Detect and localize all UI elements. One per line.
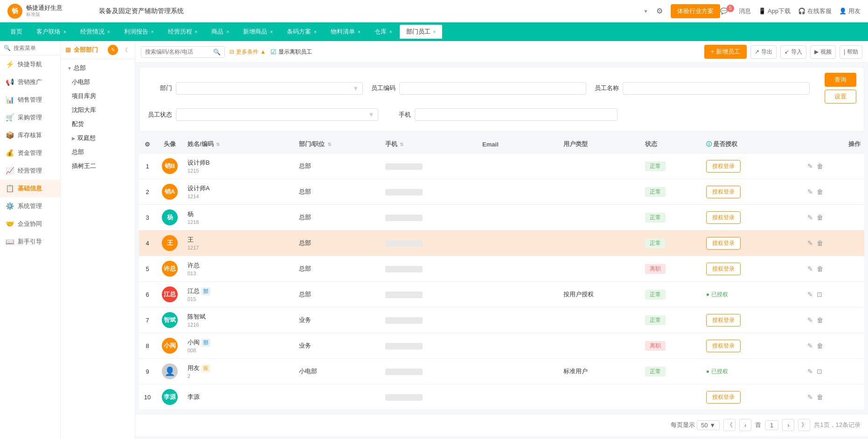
phone-field[interactable] <box>419 111 613 118</box>
sidebar-item-operations[interactable]: 📈 经营管理 <box>0 162 60 180</box>
dept-item-general2[interactable]: 总部 <box>61 145 135 159</box>
auth-login-button[interactable]: 授权登录 <box>706 186 741 198</box>
close-icon[interactable]: × <box>433 29 436 35</box>
edit-icon[interactable]: ✎ <box>807 393 813 401</box>
app-download-button[interactable]: 📱 App下载 <box>758 7 791 15</box>
edit-icon[interactable]: ✎ <box>807 316 813 324</box>
edit-icon[interactable]: ✎ <box>807 291 813 298</box>
show-former-checkbox[interactable]: ☑ 显示离职员工 <box>271 48 312 56</box>
search-icon[interactable]: 🔍 <box>213 49 221 56</box>
edit-icon[interactable]: ✎ <box>807 162 813 170</box>
query-button[interactable]: 查询 <box>825 73 856 87</box>
settings-icon[interactable]: ⚙ <box>654 6 665 17</box>
user-menu[interactable]: 👤 用友 <box>839 7 861 15</box>
help-button[interactable]: | 帮助 <box>840 45 862 59</box>
sidebar-item-system[interactable]: ⚙️ 系统管理 <box>0 197 60 215</box>
import-button[interactable]: ↙ 导入 <box>780 45 806 59</box>
phone-filter-input[interactable] <box>415 108 617 121</box>
edit-icon[interactable]: ✎ <box>807 188 813 195</box>
tab-home[interactable]: 首页 <box>4 25 29 39</box>
view-button[interactable]: ▶ 视频 <box>810 45 836 59</box>
sidebar-item-basic-info[interactable]: 📋 基础信息 <box>0 180 60 197</box>
sidebar-item-collab[interactable]: 🤝 企业协同 <box>0 215 60 233</box>
auth-login-button[interactable]: 授权登录 <box>706 211 741 224</box>
page-number-input[interactable]: 1 <box>765 420 778 430</box>
sidebar-item-marketing[interactable]: 📢 营销推广 <box>0 73 60 91</box>
dept-item-general[interactable]: ▼ 总部 <box>61 61 135 75</box>
close-icon[interactable]: × <box>314 29 317 35</box>
messages-button[interactable]: 💬 5 消息 <box>720 7 751 15</box>
dept-item-project[interactable]: 项目库房 <box>61 89 135 103</box>
tab-dept-staff[interactable]: 部门员工 × <box>400 25 443 39</box>
dept-collapse-button[interactable]: 《 <box>120 45 130 55</box>
tab-goods[interactable]: 商品 × <box>205 25 236 39</box>
delete-icon[interactable]: 🗑 <box>817 188 823 195</box>
auth-login-button[interactable]: 授权登录 <box>706 314 741 327</box>
close-icon[interactable]: × <box>389 29 392 35</box>
experience-button[interactable]: 体验行业方案 <box>671 4 720 18</box>
more-conditions-button[interactable]: ⊟ 更多条件 ▲ <box>229 48 266 56</box>
tab-customer[interactable]: 客户联络 × <box>30 25 73 39</box>
delete-icon[interactable]: 🗑 <box>817 342 823 349</box>
tab-operations[interactable]: 经营情况 × <box>74 25 117 39</box>
edit-icon[interactable]: ✎ <box>807 368 813 375</box>
close-icon[interactable]: × <box>151 29 154 35</box>
add-employee-button[interactable]: + 新增员工 <box>704 45 747 59</box>
search-input[interactable] <box>145 49 210 55</box>
auth-login-button[interactable]: 授权登录 <box>706 160 741 173</box>
copy-icon[interactable]: ⊡ <box>817 291 822 298</box>
col-settings[interactable]: ⚙ <box>139 135 156 153</box>
auth-login-button[interactable]: 授权登录 <box>706 237 741 250</box>
col-phone[interactable]: 手机 ⇅ <box>382 135 479 153</box>
close-icon[interactable]: × <box>358 29 361 35</box>
first-page-button[interactable]: 《 <box>723 419 736 431</box>
emp-code-field[interactable] <box>403 85 582 92</box>
col-dept[interactable]: 部门/职位 ⇅ <box>295 135 382 153</box>
delete-icon[interactable]: 🗑 <box>817 316 823 324</box>
online-service-button[interactable]: 🎧 在线客服 <box>798 7 832 15</box>
auth-login-button[interactable]: 授权登录 <box>706 340 741 352</box>
tab-barcode[interactable]: 条码方案 × <box>280 25 323 39</box>
edit-icon[interactable]: ✎ <box>807 342 813 349</box>
page-size-value[interactable]: 50 ▼ <box>697 420 720 430</box>
dept-item-delivery[interactable]: 配货 <box>61 117 135 131</box>
sidebar-item-guide[interactable]: 📖 新手引导 <box>0 233 60 251</box>
edit-icon[interactable]: ✎ <box>807 239 813 247</box>
tab-warehouse[interactable]: 仓库 × <box>368 25 399 39</box>
close-icon[interactable]: × <box>195 29 198 35</box>
sidebar-item-purchase[interactable]: 🛒 采购管理 <box>0 109 60 126</box>
filter-search-box[interactable]: 🔍 <box>141 46 225 58</box>
sidebar-item-finance[interactable]: 💰 资金管理 <box>0 144 60 162</box>
dept-edit-button[interactable]: ✎ <box>108 45 118 55</box>
sidebar-item-sales[interactable]: 📊 销售管理 <box>0 91 60 109</box>
copy-icon[interactable]: ⊡ <box>817 368 822 375</box>
close-icon[interactable]: × <box>63 29 66 35</box>
emp-name-field[interactable] <box>627 85 806 92</box>
dept-item-shuangtingxiang[interactable]: ▶ 双庭想 <box>61 131 135 145</box>
tab-profit[interactable]: 利润报告 × <box>118 25 160 39</box>
status-filter-input[interactable]: ▼ <box>176 108 378 121</box>
delete-icon[interactable]: 🗑 <box>817 162 823 170</box>
reset-button[interactable]: 设置 <box>825 90 856 104</box>
col-name[interactable]: 姓名/编码 ⇅ <box>184 135 295 153</box>
auth-login-button[interactable]: 授权登录 <box>706 391 741 404</box>
emp-name-input[interactable] <box>623 82 810 95</box>
last-page-button[interactable]: 》 <box>798 419 810 431</box>
system-dropdown-arrow[interactable]: ▼ <box>643 8 648 14</box>
edit-icon[interactable]: ✎ <box>807 265 813 272</box>
dept-item-chashuwangz[interactable]: 插树王二 <box>61 159 135 173</box>
sidebar-item-shortcut[interactable]: ⚡ 快捷导航 <box>0 56 60 73</box>
export-button[interactable]: ↗ 导出 <box>750 45 777 59</box>
dept-item-small-elec[interactable]: 小电部 <box>61 75 135 89</box>
delete-icon[interactable]: 🗑 <box>817 239 823 247</box>
dept-item-shenyang[interactable]: 沈阳大库 <box>61 103 135 117</box>
delete-icon[interactable]: 🗑 <box>817 393 823 401</box>
tab-history[interactable]: 经营历程 × <box>161 25 204 39</box>
sidebar-search-bar[interactable]: 🔍 <box>0 41 60 56</box>
close-icon[interactable]: × <box>226 29 229 35</box>
sidebar-item-inventory[interactable]: 📦 库存核算 <box>0 126 60 144</box>
emp-code-input[interactable] <box>399 82 586 95</box>
auth-login-button[interactable]: 授权登录 <box>706 263 741 275</box>
delete-icon[interactable]: 🗑 <box>817 214 823 221</box>
dept-filter-input[interactable]: ▼ <box>176 82 363 95</box>
